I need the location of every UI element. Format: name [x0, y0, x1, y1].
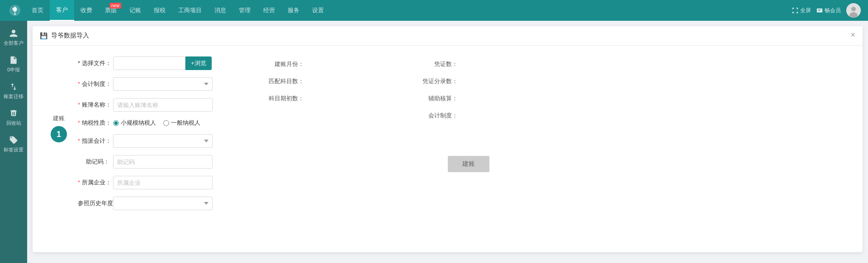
- build-account-button[interactable]: 建账: [448, 156, 489, 172]
- accountant-label: 指派会计：: [78, 137, 109, 145]
- info-row-0: 建账月份：: [268, 60, 394, 68]
- memo-row: 助记码：: [78, 155, 250, 169]
- info-row-6: 会计制度：: [422, 112, 516, 120]
- app-layout: 全部客户 0申报 账套迁移 回收站 标签设置 💾 导爷数据导入 ×: [0, 21, 868, 263]
- nav-item-message[interactable]: 消息: [208, 0, 232, 21]
- file-input[interactable]: [113, 56, 185, 70]
- right-panel: 建账月份： 匹配科目数： 科目期初数：: [250, 56, 844, 210]
- sidebar-item-migrate[interactable]: 账套迁移: [1, 79, 26, 103]
- svg-point-5: [851, 7, 856, 11]
- info-label-0: 建账月份：: [268, 60, 304, 68]
- file-input-group: +浏览: [113, 56, 212, 70]
- history-select[interactable]: [113, 197, 213, 210]
- nav-item-billing[interactable]: 收费: [74, 0, 99, 21]
- dialog-body: 建账 1 * 选择文件： +浏览: [33, 46, 863, 221]
- tax-small-scale[interactable]: 小规模纳税人: [113, 119, 156, 127]
- info-label-5: 辅助核算：: [422, 94, 458, 103]
- nav-item-tickets[interactable]: 票据 new: [99, 0, 123, 21]
- accounting-label: 会计制度：: [78, 80, 109, 88]
- dialog-card: 💾 导爷数据导入 × 建账 1: [33, 26, 863, 252]
- sidebar-item-tag-settings[interactable]: 标签设置: [1, 132, 26, 157]
- ledger-row: 账簿名称：: [78, 98, 250, 112]
- dialog-close-button[interactable]: ×: [850, 31, 855, 39]
- nav-item-tax[interactable]: 报税: [147, 0, 172, 21]
- sidebar-item-zero-declare[interactable]: 0申报: [1, 52, 26, 77]
- info-label-1: 匹配科目数：: [268, 77, 304, 85]
- info-fields-left: 建账月份： 匹配科目数： 科目期初数：: [268, 60, 394, 103]
- step-badge: 1: [51, 126, 67, 142]
- ledger-label: 账簿名称：: [78, 101, 109, 109]
- sidebar-item-recycle[interactable]: 回收站: [1, 105, 26, 130]
- svg-rect-2: [818, 9, 821, 10]
- dialog-header: 💾 导爷数据导入 ×: [33, 26, 863, 46]
- company-row: 所属企业：: [78, 176, 250, 189]
- nav-item-operations[interactable]: 经营: [257, 0, 281, 21]
- nav-menu: 首页 客户 收费 票据 new 记账 报税 工商项目 消息 管理 经营 服务 设…: [25, 0, 792, 21]
- fullscreen-button[interactable]: 全屏: [792, 7, 811, 14]
- info-row-2: 科目期初数：: [268, 94, 394, 103]
- memo-input[interactable]: [113, 155, 213, 169]
- sidebar: 全部客户 0申报 账套迁移 回收站 标签设置: [0, 21, 27, 263]
- member-button[interactable]: 畅会员: [816, 7, 841, 14]
- tax-general[interactable]: 一般纳税人: [163, 119, 200, 127]
- nav-item-home[interactable]: 首页: [25, 0, 50, 21]
- app-logo[interactable]: [5, 0, 25, 21]
- info-row-1: 匹配科目数：: [268, 77, 394, 85]
- tax-label: 纳税性质：: [78, 119, 109, 127]
- memo-label: 助记码：: [78, 158, 109, 166]
- step-wrapper: 建账 1: [51, 56, 67, 142]
- dialog-title: 导爷数据导入: [51, 32, 89, 40]
- history-row: 参照历史年度：: [78, 197, 250, 210]
- accountant-select[interactable]: [113, 134, 213, 148]
- dialog-header-icon: 💾: [40, 32, 47, 39]
- tax-row: 纳税性质： 小规模纳税人 一般纳税人: [78, 119, 250, 127]
- nav-item-business[interactable]: 工商项目: [172, 0, 208, 21]
- file-row: * 选择文件： +浏览: [78, 56, 250, 70]
- step-label: 建账: [53, 114, 65, 122]
- info-label-6: 会计制度：: [422, 112, 458, 120]
- info-row-4: 凭证分录数：: [422, 77, 516, 85]
- info-label-2: 科目期初数：: [268, 94, 304, 103]
- accounting-row: 会计制度：: [78, 77, 250, 91]
- info-label-3: 凭证数：: [422, 60, 458, 68]
- nav-right-section: 全屏 畅会员: [792, 3, 868, 18]
- info-label-4: 凭证分录数：: [422, 77, 458, 85]
- form-fields: * 选择文件： +浏览 会计制度：: [78, 56, 250, 210]
- ledger-input[interactable]: [113, 98, 213, 112]
- main-content: 💾 导爷数据导入 × 建账 1: [27, 21, 868, 263]
- accountant-row: 指派会计：: [78, 134, 250, 148]
- history-label: 参照历史年度：: [78, 199, 109, 207]
- svg-point-6: [849, 12, 858, 18]
- nav-item-clients[interactable]: 客户: [50, 0, 74, 21]
- tax-radio-group: 小规模纳税人 一般纳税人: [113, 119, 200, 127]
- svg-rect-3: [818, 10, 820, 11]
- top-navigation: 首页 客户 收费 票据 new 记账 报税 工商项目 消息 管理 经营 服务 设…: [0, 0, 868, 21]
- nav-item-settings[interactable]: 设置: [306, 0, 330, 21]
- user-avatar[interactable]: [846, 3, 861, 18]
- nav-item-services[interactable]: 服务: [281, 0, 306, 21]
- form-section: 建账 1 * 选择文件： +浏览: [51, 56, 250, 210]
- browse-button[interactable]: +浏览: [185, 56, 212, 70]
- new-badge: new: [109, 3, 121, 9]
- company-label: 所属企业：: [78, 178, 109, 187]
- accounting-select[interactable]: [113, 77, 213, 91]
- info-row-3: 凭证数：: [422, 60, 516, 68]
- nav-item-bookkeeping[interactable]: 记账: [123, 0, 147, 21]
- sidebar-item-all-clients[interactable]: 全部客户: [1, 25, 26, 50]
- info-row-5: 辅助核算：: [422, 94, 516, 103]
- nav-item-manage[interactable]: 管理: [232, 0, 257, 21]
- file-label: * 选择文件：: [78, 59, 109, 67]
- company-input[interactable]: [113, 176, 213, 189]
